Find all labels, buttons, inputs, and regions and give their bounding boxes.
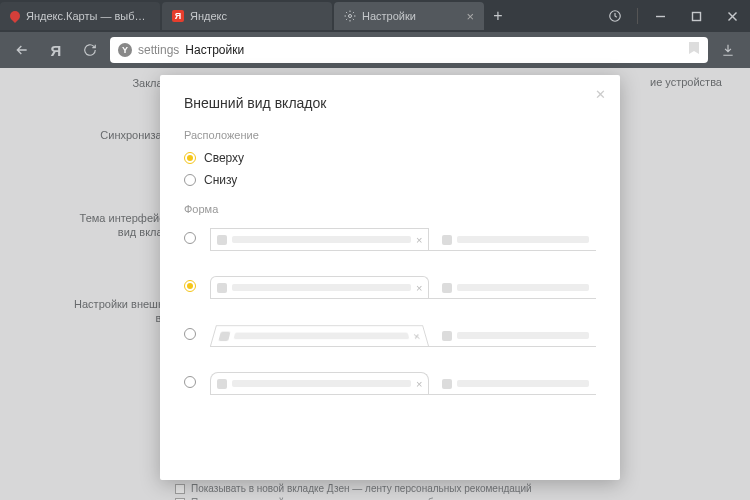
tab-shape-preview: ×: [210, 273, 596, 299]
tab-bar: Яндекс.Карты — выбирай Я Яндекс Настройк…: [0, 0, 750, 32]
site-info-icon[interactable]: Y: [118, 43, 132, 57]
radio-icon: [184, 152, 196, 164]
bookmark-icon[interactable]: [688, 41, 700, 59]
radio-icon: [184, 232, 196, 244]
tab-label: Яндекс.Карты — выбирай: [26, 10, 150, 22]
tab-label: Яндекс: [190, 10, 322, 22]
radio-shape-3[interactable]: ×: [184, 321, 596, 347]
dialog-title: Внешний вид вкладок: [184, 95, 596, 111]
window-controls: [597, 2, 750, 30]
tab-appearance-dialog: ✕ Внешний вид вкладок Расположение Сверх…: [160, 75, 620, 480]
radio-shape-1[interactable]: ×: [184, 225, 596, 251]
history-icon[interactable]: [597, 2, 633, 30]
tab-shape-preview: ×: [210, 225, 596, 251]
position-group-label: Расположение: [184, 129, 596, 141]
svg-point-0: [349, 15, 352, 18]
browser-tab-maps[interactable]: Яндекс.Карты — выбирай: [0, 2, 160, 30]
yandex-home-button[interactable]: Я: [42, 36, 70, 64]
back-button[interactable]: [8, 36, 36, 64]
map-pin-icon: [8, 9, 22, 23]
browser-tab-yandex[interactable]: Я Яндекс: [162, 2, 332, 30]
gear-icon: [344, 10, 356, 22]
address-bar[interactable]: Y settings Настройки: [110, 37, 708, 63]
radio-label: Снизу: [204, 173, 237, 187]
separator: [637, 8, 638, 24]
shape-group-label: Форма: [184, 203, 596, 215]
close-dialog-icon[interactable]: ✕: [595, 87, 606, 102]
address-title: Настройки: [185, 43, 244, 57]
address-prefix: settings: [138, 43, 179, 57]
browser-tab-settings[interactable]: Настройки ×: [334, 2, 484, 30]
radio-icon: [184, 174, 196, 186]
radio-icon: [184, 376, 196, 388]
tab-shape-preview: ×: [210, 321, 596, 347]
radio-shape-4[interactable]: ×: [184, 369, 596, 395]
tab-label: Настройки: [362, 10, 460, 22]
downloads-button[interactable]: [714, 36, 742, 64]
radio-position-top[interactable]: Сверху: [184, 151, 596, 165]
radio-label: Сверху: [204, 151, 244, 165]
close-window-button[interactable]: [714, 2, 750, 30]
radio-position-bottom[interactable]: Снизу: [184, 173, 596, 187]
yandex-icon: Я: [172, 10, 184, 22]
tab-shape-preview: ×: [210, 369, 596, 395]
maximize-button[interactable]: [678, 2, 714, 30]
svg-rect-3: [692, 12, 700, 20]
minimize-button[interactable]: [642, 2, 678, 30]
close-tab-icon[interactable]: ×: [466, 9, 474, 24]
radio-icon: [184, 328, 196, 340]
radio-icon: [184, 280, 196, 292]
radio-shape-2[interactable]: ×: [184, 273, 596, 299]
new-tab-button[interactable]: +: [484, 2, 512, 30]
reload-button[interactable]: [76, 36, 104, 64]
nav-bar: Я Y settings Настройки: [0, 32, 750, 68]
